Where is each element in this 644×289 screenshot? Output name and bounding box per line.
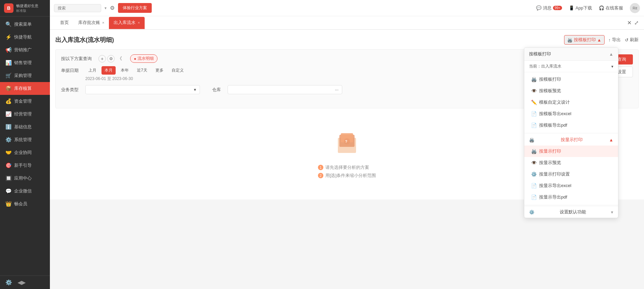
print-dropdown-display-section: 🖨️按显示打印👁️按显示预览⚙️按显示打印设置📄按显示导出excel📄按显示导出…	[524, 144, 618, 204]
sidebar-item-10[interactable]: 🤝企业协同	[0, 146, 50, 159]
print-dropdown-title: 按模板打印	[529, 51, 551, 57]
message-label: 消息	[543, 5, 552, 11]
user-avatar[interactable]: Rit	[630, 3, 640, 13]
date-btn-本月[interactable]: 本月	[101, 66, 116, 75]
business-type-dropdown[interactable]: ▾	[85, 85, 200, 94]
display-item-3[interactable]: 📄按显示导出excel	[524, 180, 618, 191]
app-logo-text: 畅捷通好生意 标准版	[16, 3, 38, 12]
sidebar-item-7[interactable]: 📈经营管理	[0, 108, 50, 121]
sidebar-item-13[interactable]: 💬企业微信	[0, 185, 50, 198]
sidebar: B 畅捷通好生意 标准版 🔍搜索菜单⚡快捷导航📢营销推广📊销售管理🛒采购管理📦库…	[0, 0, 50, 289]
display-item-0[interactable]: 🖨️按显示打印	[524, 146, 618, 157]
page-inner: 出入库流水(流水明细) 🖨️ 按模板打印 ▲ ↑ 导出 ↺ 刷新	[50, 30, 644, 200]
filter-collapse-button[interactable]: 《	[116, 55, 123, 62]
sidebar-item-4[interactable]: 🛒采购管理	[0, 69, 50, 82]
tab-1[interactable]: 库存批次账×	[74, 17, 109, 29]
sidebar-label-11: 新手引导	[14, 162, 32, 168]
sidebar-item-5[interactable]: 📦库存核算	[0, 82, 50, 95]
template-item-1[interactable]: 👁️按模板预览	[524, 85, 618, 97]
sidebar-icon-11: 🎯	[5, 162, 11, 168]
display-section-icon: 🖨️	[529, 137, 534, 142]
print-dropdown-header: 按模板打印 ▲	[524, 48, 618, 61]
sidebar-item-6[interactable]: 💰资金管理	[0, 95, 50, 108]
search-input[interactable]	[54, 4, 101, 12]
sidebar-label-3: 销售管理	[14, 60, 32, 66]
page-content: 出入库流水(流水明细) 🖨️ 按模板打印 ▲ ↑ 导出 ↺ 刷新	[50, 30, 644, 289]
export-button[interactable]: ↑ 导出	[609, 37, 621, 43]
sidebar-item-2[interactable]: 📢营销推广	[0, 44, 50, 56]
search-chevron-icon[interactable]: ▾	[105, 6, 107, 10]
display-section-chevron-icon[interactable]: ▲	[609, 137, 613, 142]
filter-tag[interactable]: ● 流水明细	[130, 54, 157, 63]
tab-0[interactable]: 首页	[55, 17, 74, 29]
sidebar-label-7: 经营管理	[14, 111, 32, 117]
template-item-3[interactable]: 📄按模板导出excel	[524, 108, 618, 120]
settings-footer-icon[interactable]: ⚙️	[5, 279, 12, 286]
filter-settings-button[interactable]: ⚙	[107, 55, 115, 62]
sidebar-label-4: 采购管理	[14, 73, 32, 79]
message-item[interactable]: 💬 消息 99+	[536, 5, 562, 11]
sidebar-footer: ⚙️ ◀▶	[0, 275, 50, 289]
tip-num-2: 2	[318, 173, 323, 178]
date-btn-本年[interactable]: 本年	[118, 66, 132, 75]
online-service-item[interactable]: 🎧 在线客服	[599, 5, 623, 11]
print-template-button[interactable]: 🖨️ 按模板打印 ▲	[564, 35, 605, 45]
warehouse-dropdown-icon: ···	[335, 87, 339, 92]
sidebar-icon-0: 🔍	[5, 21, 11, 27]
tab-close-1[interactable]: ×	[102, 21, 104, 25]
collapse-footer-icon[interactable]: ◀▶	[18, 279, 26, 286]
filter-add-button[interactable]: +	[98, 55, 106, 62]
svg-text:?: ?	[345, 139, 348, 143]
sidebar-item-9[interactable]: ⚙️系统管理	[0, 133, 50, 146]
template-item-2[interactable]: ✏️模板自定义设计	[524, 97, 618, 108]
display-item-4[interactable]: 📄按显示导出pdf	[524, 191, 618, 203]
app-download-item[interactable]: 📱 App下载	[569, 5, 592, 11]
current-chevron-icon[interactable]: ▾	[611, 64, 613, 69]
sidebar-item-8[interactable]: ℹ️基础信息	[0, 121, 50, 133]
date-btn-上月[interactable]: 上月	[85, 66, 99, 75]
print-dropdown-menu: 按模板打印 ▲ 当前：出入库流水 ▾ 🖨️按模板打印👁️按模板预览✏️模板自定义…	[524, 47, 618, 218]
date-btn-近7天[interactable]: 近7天	[134, 66, 150, 75]
sidebar-item-12[interactable]: 🔲应用中心	[0, 172, 50, 185]
dropdown-divider2	[524, 205, 618, 205]
display-item-icon-1: 👁️	[531, 160, 536, 165]
chevron-up-icon: ▲	[597, 37, 602, 43]
online-service-label: 在线客服	[606, 5, 623, 11]
display-item-label-1: 按显示预览	[539, 160, 561, 166]
sidebar-label-0: 搜索菜单	[14, 21, 32, 27]
template-item-4[interactable]: 📄按模板导出pdf	[524, 120, 618, 131]
empty-tips-list: 1 请先选择要分析的方案 2 用[选]条件来缩小分析范围	[318, 164, 376, 181]
date-btn-更多[interactable]: 更多	[152, 66, 167, 75]
sidebar-icon-7: 📈	[5, 111, 11, 117]
sidebar-icon-2: 📢	[5, 47, 11, 53]
sidebar-item-14[interactable]: 👑畅会员	[0, 198, 50, 210]
display-print-section-header[interactable]: 🖨️ 按显示打印 ▲	[524, 134, 618, 144]
topbar-gear-icon[interactable]: ⚙	[110, 5, 115, 11]
date-range-text: 2023-06-01 至 2023-06-30	[85, 76, 133, 81]
industry-button[interactable]: 体验行业方案	[118, 3, 152, 13]
sidebar-item-0[interactable]: 🔍搜索菜单	[0, 18, 50, 31]
dropdown-chevron-up-icon[interactable]: ▲	[609, 52, 613, 57]
sidebar-item-1[interactable]: ⚡快捷导航	[0, 31, 50, 44]
tab-2[interactable]: 出入库流水×	[109, 17, 144, 29]
display-item-2[interactable]: ⚙️按显示打印设置	[524, 168, 618, 180]
dropdown-footer[interactable]: ⚙️ 设置默认功能 ▾	[524, 206, 618, 218]
message-icon: 💬	[536, 5, 541, 10]
refresh-button[interactable]: ↺ 刷新	[625, 37, 639, 43]
expand-tab-btn[interactable]: ⤢	[634, 20, 639, 26]
tab-close-2[interactable]: ×	[138, 21, 140, 25]
date-btn-自定义[interactable]: 自定义	[169, 66, 187, 75]
close-tab-btn[interactable]: ✕	[627, 20, 632, 26]
sidebar-item-3[interactable]: 📊销售管理	[0, 56, 50, 69]
tip-item-1: 1 请先选择要分析的方案	[318, 164, 376, 170]
phone-icon: 📱	[569, 5, 574, 10]
filter-controls-group: + ⚙ 《	[98, 55, 123, 62]
template-item-0[interactable]: 🖨️按模板打印	[524, 74, 618, 85]
sidebar-item-11[interactable]: 🎯新手引导	[0, 159, 50, 172]
filter-label: 按以下方案查询	[61, 56, 92, 62]
gear-icon: ⚙️	[529, 210, 534, 215]
display-item-1[interactable]: 👁️按显示预览	[524, 157, 618, 168]
warehouse-dropdown[interactable]: ···	[228, 85, 342, 94]
template-item-icon-3: 📄	[531, 111, 536, 116]
current-template-label: 当前：出入库流水	[529, 63, 561, 69]
